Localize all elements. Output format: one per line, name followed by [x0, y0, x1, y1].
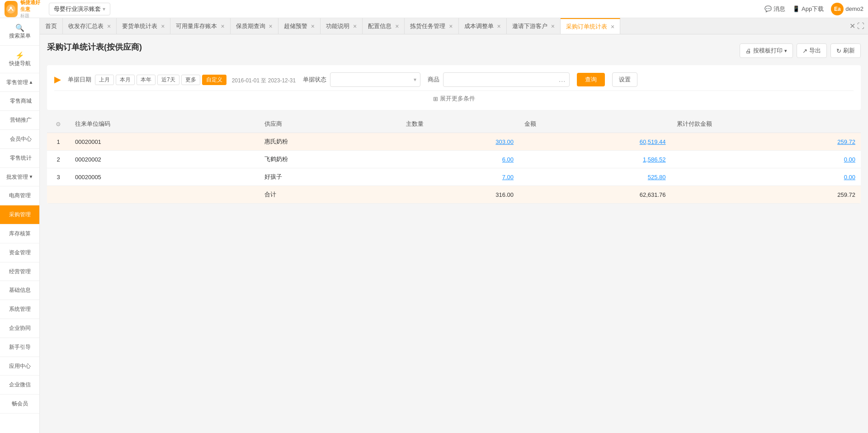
tab-receive-summary[interactable]: 收发存汇总表 ×	[63, 18, 117, 34]
tab-invite-downstream-close[interactable]: ×	[551, 23, 555, 30]
sidebar-item-operations[interactable]: 经营管理	[0, 262, 39, 281]
date-shortcut-last-month[interactable]: 上月	[95, 75, 114, 85]
tab-cost-adjust-close[interactable]: ×	[497, 23, 501, 30]
tab-invite-downstream[interactable]: 邀请下游客户 ×	[507, 18, 561, 34]
sidebar-item-vip[interactable]: 畅会员	[0, 395, 39, 414]
sidebar-item-inventory[interactable]: 库存核算	[0, 224, 39, 243]
cell-supplier: 飞鹤奶粉	[259, 151, 400, 168]
tab-available-inventory-label: 可用量库存账本	[176, 22, 217, 30]
expand-more-icon: ⊞	[433, 95, 438, 102]
tab-cost-adjust[interactable]: 成本调整单 ×	[459, 18, 507, 34]
sidebar-item-guide[interactable]: 新手引导	[0, 338, 39, 357]
logo-area: 畅捷通好生意 标题	[5, 0, 44, 19]
chevron-down-icon: ▾	[784, 48, 787, 54]
sidebar-item-marketing[interactable]: 营销推广	[0, 111, 39, 130]
tab-warranty-query-label: 保质期查询	[236, 22, 265, 30]
query-button[interactable]: 查询	[577, 73, 605, 86]
footer-label: 合计	[259, 186, 400, 204]
message-action[interactable]: 💬 消息	[764, 5, 785, 13]
app-download-action[interactable]: 📱 App下载	[793, 5, 824, 13]
footer-main-qty: 316.00	[401, 186, 519, 204]
sidebar-item-system[interactable]: 系统管理	[0, 300, 39, 319]
sidebar-item-search[interactable]: 🔍 搜索菜单	[0, 18, 39, 46]
message-icon: 💬	[764, 5, 772, 12]
sidebar-item-retail-shop[interactable]: 零售商城	[0, 92, 39, 111]
sidebar-item-member[interactable]: 会员中心	[0, 130, 39, 149]
tab-receive-summary-close[interactable]: ×	[107, 23, 111, 30]
cell-main-qty: 6.00	[401, 151, 519, 168]
date-shortcut-custom[interactable]: 自定义	[202, 75, 226, 85]
goods-filter-label: 商品	[428, 76, 439, 84]
sidebar-item-purchase[interactable]: 采购管理	[0, 205, 39, 224]
table-setting-icon[interactable]: ⚙	[56, 121, 61, 128]
date-shortcut-7days[interactable]: 近7天	[157, 75, 179, 85]
date-range-display: 2016-01-01 至 2023-12-31	[232, 77, 296, 85]
template-print-button[interactable]: 🖨 按模板打印 ▾	[740, 43, 793, 58]
cell-cumulative-paid: 259.72	[671, 133, 861, 151]
cell-supplier: 惠氏奶粉	[259, 133, 400, 151]
sidebar-item-retail[interactable]: 零售管理 ▲	[0, 73, 39, 92]
col-setting: ⚙	[47, 115, 70, 133]
tab-purchase-order-stats-label: 采购订单统计表	[566, 23, 607, 31]
tab-warranty-query[interactable]: 保质期查询 ×	[231, 18, 278, 34]
tab-overstock-warning[interactable]: 超储预警 ×	[278, 18, 321, 34]
tab-close-all-icon[interactable]: ✕	[849, 22, 855, 30]
tab-home[interactable]: 首页	[40, 18, 63, 34]
sidebar-item-enterprise[interactable]: 企业协同	[0, 319, 39, 338]
sidebar-item-quick-nav[interactable]: ⚡ 快捷导航	[0, 46, 39, 73]
user-action[interactable]: Ea demo2	[831, 3, 863, 15]
filter-toggle-btn[interactable]: ▶	[54, 75, 61, 85]
tab-maximize-icon[interactable]: ⛶	[857, 22, 864, 30]
status-select-arrow: ▾	[414, 76, 416, 83]
svg-point-1	[10, 6, 12, 9]
date-shortcut-this-year[interactable]: 本年	[137, 75, 156, 85]
sidebar-item-basic-info[interactable]: 基础信息	[0, 281, 39, 300]
table-row[interactable]: 2 00020002 飞鹤奶粉 6.00 1,586.52 0.00	[47, 151, 861, 168]
tab-overstock-warning-close[interactable]: ×	[311, 23, 315, 30]
page-content: 采购订单统计表(按供应商) 🖨 按模板打印 ▾ ↗ 导出 ↻	[40, 34, 868, 433]
tab-config-info[interactable]: 配置信息 ×	[363, 18, 405, 34]
cell-no: 3	[47, 168, 70, 186]
tab-function-desc[interactable]: 功能说明 ×	[321, 18, 363, 34]
cell-supplier: 好孩子	[259, 168, 400, 186]
tab-warranty-query-close[interactable]: ×	[269, 23, 273, 30]
tab-goods-stats-label: 要货单统计表	[122, 22, 157, 30]
table-footer-row: 合计 316.00 62,631.76 259.72	[47, 186, 861, 204]
status-select[interactable]: ▾	[330, 72, 420, 87]
sidebar-item-ecommerce[interactable]: 电商管理	[0, 186, 39, 205]
goods-input[interactable]: …	[443, 72, 570, 87]
sidebar-item-finance[interactable]: 资金管理	[0, 243, 39, 262]
tab-purchase-order-stats[interactable]: 采购订单统计表 ×	[561, 18, 620, 34]
tab-available-inventory[interactable]: 可用量库存账本 ×	[170, 18, 230, 34]
print-icon: 🖨	[745, 48, 751, 54]
cell-amount: 525.80	[519, 168, 671, 186]
tab-goods-stats-close[interactable]: ×	[161, 23, 165, 30]
export-button[interactable]: ↗ 导出	[797, 43, 827, 58]
cell-no: 2	[47, 151, 70, 168]
tab-picking-task-close[interactable]: ×	[449, 23, 453, 30]
date-shortcuts: 上月 本月 本年 近7天 更多 自定义	[95, 75, 226, 85]
tab-goods-stats[interactable]: 要货单统计表 ×	[117, 18, 170, 34]
sidebar-item-app-center[interactable]: 应用中心	[0, 357, 39, 376]
sidebar-item-retail-stats[interactable]: 零售统计	[0, 149, 39, 168]
refresh-button[interactable]: ↻ 刷新	[830, 43, 861, 58]
tab-purchase-order-stats-close[interactable]: ×	[611, 23, 614, 30]
table-row[interactable]: 1 00020001 惠氏奶粉 303.00 60,519.44 259.72	[47, 133, 861, 151]
date-shortcut-more[interactable]: 更多	[181, 75, 200, 85]
tab-config-info-close[interactable]: ×	[395, 23, 399, 30]
table-row[interactable]: 3 00020005 好孩子 7.00 525.80 0.00	[47, 168, 861, 186]
settings-button[interactable]: 设置	[612, 72, 637, 87]
cell-unit-code: 00020002	[70, 151, 259, 168]
table-header-row: ⚙ 往来单位编码 供应商 主数量 金额 累计付款金额	[47, 115, 861, 133]
workspace-selector[interactable]: 母婴行业演示账套 ▾	[49, 3, 110, 15]
tab-picking-task[interactable]: 拣货任务管理 ×	[405, 18, 458, 34]
sidebar-item-wechat[interactable]: 企业微信	[0, 376, 39, 395]
goods-filter-group: 商品 …	[428, 72, 570, 87]
chevron-down-icon: ▾	[103, 6, 105, 12]
goods-more-icon[interactable]: …	[558, 76, 566, 84]
tab-available-inventory-close[interactable]: ×	[221, 23, 224, 30]
sidebar-item-wholesale[interactable]: 批发管理 ▼	[0, 168, 39, 187]
date-shortcut-this-month[interactable]: 本月	[116, 75, 135, 85]
expand-more-button[interactable]: ⊞ 展开更多条件	[54, 90, 854, 103]
tab-function-desc-close[interactable]: ×	[353, 23, 357, 30]
